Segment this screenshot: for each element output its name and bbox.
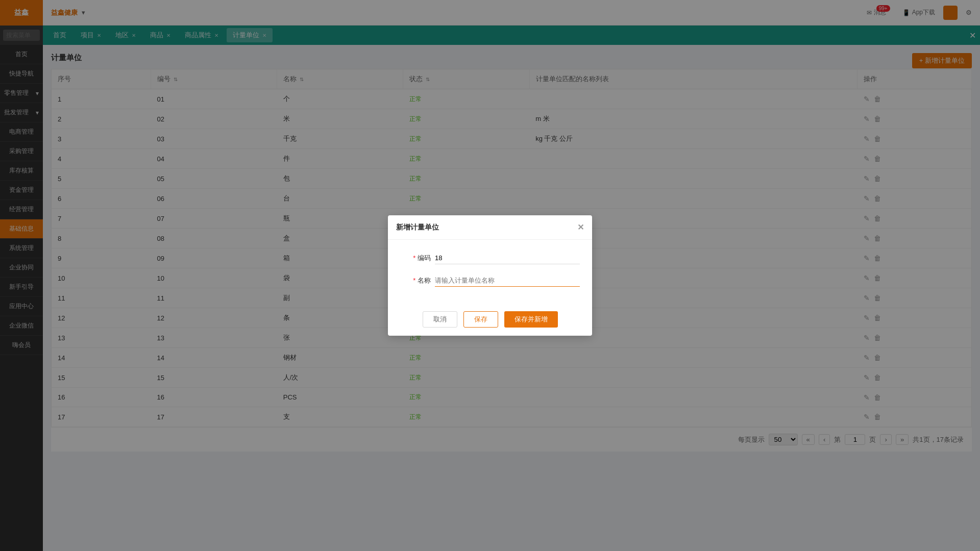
name-input[interactable] xyxy=(435,274,580,287)
save-button[interactable]: 保存 xyxy=(463,311,498,328)
form-row-code: 编码 xyxy=(400,252,580,264)
name-label: 名称 xyxy=(400,276,431,285)
modal-close-btn[interactable]: ✕ xyxy=(577,222,584,232)
modal-title: 新增计量单位 xyxy=(396,223,439,232)
modal-body: 编码 名称 xyxy=(388,240,592,305)
add-unit-modal: 新增计量单位 ✕ 编码 名称 取消 保存 保存并新增 xyxy=(388,215,592,336)
modal-footer: 取消 保存 保存并新增 xyxy=(388,305,592,336)
code-label: 编码 xyxy=(400,254,431,263)
modal-header: 新增计量单位 ✕ xyxy=(388,215,592,240)
modal-overlay[interactable]: 新增计量单位 ✕ 编码 名称 取消 保存 保存并新增 xyxy=(0,0,980,551)
cancel-button[interactable]: 取消 xyxy=(423,311,457,328)
form-row-name: 名称 xyxy=(400,274,580,287)
save-and-new-button[interactable]: 保存并新增 xyxy=(504,311,558,328)
code-input[interactable] xyxy=(435,252,580,264)
